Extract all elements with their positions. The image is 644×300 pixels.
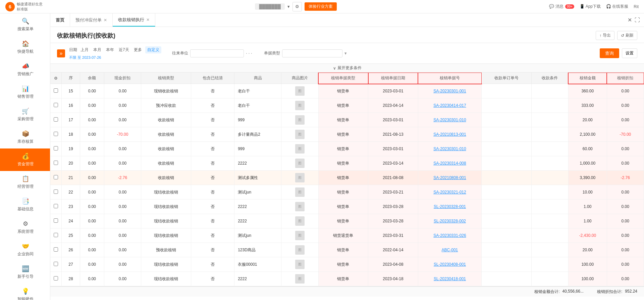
cell-product-image[interactable]: 图 [281, 185, 318, 200]
cell-settings[interactable] [50, 214, 62, 228]
cell-bill-no[interactable]: SL-20230418-001 [418, 272, 481, 286]
cell-settings[interactable] [50, 142, 62, 156]
sidebar-item-guide[interactable]: 🆕 新手引导 [0, 261, 50, 284]
cell-product-image[interactable]: 图 [281, 142, 318, 156]
online-service-link[interactable]: 🎧 在线客服 [606, 4, 628, 9]
cell-settings[interactable] [50, 156, 62, 171]
tab-prepay-close-icon[interactable]: ✕ [104, 18, 107, 23]
cell-bill-no[interactable]: SL-20230328-002 [418, 214, 481, 228]
this-year-btn[interactable]: 本年 [105, 46, 115, 53]
tab-expand-icon[interactable]: ⛶ [635, 17, 640, 23]
sidebar-item-smart[interactable]: 💡 智能硬件 [0, 284, 50, 300]
cell-product-image[interactable]: 图 [281, 200, 318, 214]
sidebar-item-search[interactable]: 🔍 搜索菜单 [0, 13, 50, 36]
company-dropdown-icon[interactable]: ▾ [287, 4, 290, 9]
more-date-btn[interactable]: 更多 [132, 46, 143, 53]
date-filter: 日期 上月 本月 本年 近7天 更多 自定义 不限 至 2023-07-26 [69, 46, 161, 60]
cell-bill-no[interactable]: SA-20230301-010 [418, 142, 481, 156]
cell-product-image[interactable]: 图 [281, 228, 318, 243]
cell-bill-no[interactable]: SA-20230301-010 [418, 113, 481, 127]
tab-home[interactable]: 首页 [50, 13, 70, 27]
cell-bill-no[interactable]: SA-20210813-001 [418, 127, 481, 142]
cell-receipt-order-no [482, 214, 532, 228]
cell-product-image[interactable]: 图 [281, 243, 318, 257]
last-month-btn[interactable]: 上月 [79, 46, 90, 53]
this-month-btn[interactable]: 本月 [92, 46, 103, 53]
user-name[interactable]: Rit [634, 4, 639, 9]
bill-type-select[interactable] [282, 49, 342, 57]
page-actions: ↑ 导出 ↺ 刷新 [596, 31, 637, 40]
trial-button[interactable]: 体验行业方案 [305, 2, 337, 11]
cell-bill-no[interactable]: SA-20210808-001 [418, 171, 481, 185]
cell-product-image[interactable]: 图 [281, 214, 318, 228]
sidebar-item-purchase[interactable]: 🛒 采购管理 [0, 103, 50, 126]
tab-prepay[interactable]: 预付冲应付单 ✕ [70, 13, 113, 27]
cell-bill-no[interactable]: SA-20230414-017 [418, 98, 481, 113]
last-7-days-btn[interactable]: 近7天 [117, 46, 130, 53]
partner-dots[interactable]: ··· [246, 50, 253, 56]
cell-bill-no[interactable]: SA-20230314-008 [418, 156, 481, 171]
filter-settings-button[interactable]: 设置 [622, 48, 637, 58]
cell-cancel-discount: 0.00 [607, 142, 644, 156]
cell-balance: 0.00 [80, 257, 104, 272]
company-name[interactable]: ███████ [255, 3, 284, 10]
custom-date-btn[interactable]: 自定义 [145, 46, 161, 53]
search-button[interactable]: 查询 [600, 48, 619, 58]
cell-settings[interactable] [50, 257, 62, 272]
sidebar-item-system[interactable]: ⚙ 系统管理 [0, 216, 50, 239]
export-button[interactable]: ↑ 导出 [596, 31, 614, 40]
cell-settings[interactable] [50, 171, 62, 185]
cell-product-image[interactable]: 图 [281, 257, 318, 272]
cell-included-settled: 否 [191, 156, 234, 171]
sidebar-item-sales[interactable]: 📊 销售管理 [0, 81, 50, 103]
expand-more-btn[interactable]: ∨ 展开更多条件 [333, 65, 362, 71]
sidebar-item-operation[interactable]: 📋 经营管理 [0, 171, 50, 194]
cell-product-image[interactable]: 图 [281, 171, 318, 185]
cell-product-image[interactable]: 图 [281, 127, 318, 142]
cell-receipt-cond [531, 214, 568, 228]
refresh-button[interactable]: ↺ 刷新 [617, 31, 637, 40]
cell-product-image[interactable]: 图 [281, 98, 318, 113]
cell-product: 多计量商品2 [234, 127, 281, 142]
tab-bar: 首页 预付冲应付单 ✕ 收款核销执行 ✕ ✕ ⛶ [50, 13, 644, 27]
cell-product-image[interactable]: 图 [281, 272, 318, 286]
cell-bill-no[interactable]: SA-20230301-001 [418, 84, 481, 98]
settings-icon[interactable]: ⚙ [292, 2, 302, 11]
partner-input[interactable] [190, 49, 244, 57]
tab-close-all-icon[interactable]: ✕ [628, 17, 632, 23]
cell-bill-type: 销货单 [318, 243, 368, 257]
cell-settings[interactable] [50, 113, 62, 127]
col-header-settings[interactable]: ⚙ [50, 73, 62, 84]
sidebar-item-collab[interactable]: 🤝 企业协同 [0, 239, 50, 261]
cell-settings[interactable] [50, 98, 62, 113]
cell-product-image[interactable]: 图 [281, 113, 318, 127]
cell-settings[interactable] [50, 200, 62, 214]
sidebar-label-sales: 销售管理 [17, 94, 34, 99]
sidebar-item-quick-nav[interactable]: 🏠 快捷导航 [0, 36, 50, 58]
cell-settings[interactable] [50, 243, 62, 257]
cell-bill-type: 销货单 [318, 185, 368, 200]
cell-bill-no[interactable]: ABC-001 [418, 243, 481, 257]
cell-settings[interactable] [50, 185, 62, 200]
filter-toggle-button[interactable]: » [57, 49, 65, 57]
sidebar-item-marketing[interactable]: 📣 营销推广 [0, 58, 50, 81]
sidebar-item-inventory[interactable]: 📦 库存核算 [0, 126, 50, 148]
app-download-link[interactable]: 📱 App下载 [580, 4, 601, 9]
tab-receipt-cancel[interactable]: 收款核销执行 ✕ [113, 13, 155, 27]
cell-settings[interactable] [50, 272, 62, 286]
cell-product-image[interactable]: 图 [281, 84, 318, 98]
cell-bill-no[interactable]: SA-20230331-026 [418, 228, 481, 243]
cell-product-image[interactable]: 图 [281, 156, 318, 171]
cell-bill-no[interactable]: SL-20230328-001 [418, 200, 481, 214]
bill-type-dropdown-icon[interactable]: ▾ [344, 51, 347, 56]
cell-balance: 0.00 [80, 84, 104, 98]
message-link[interactable]: 💬 消息 99+ [549, 4, 574, 9]
sidebar-item-finance[interactable]: 💰 资金管理 [0, 148, 50, 171]
cell-bill-no[interactable]: SA-20230321-012 [418, 185, 481, 200]
cell-settings[interactable] [50, 84, 62, 98]
tab-receipt-cancel-close-icon[interactable]: ✕ [146, 17, 150, 22]
sidebar-item-basic[interactable]: 📑 基础信息 [0, 194, 50, 216]
cell-settings[interactable] [50, 228, 62, 243]
cell-bill-no[interactable]: SL-20230408-001 [418, 257, 481, 272]
cell-settings[interactable] [50, 127, 62, 142]
